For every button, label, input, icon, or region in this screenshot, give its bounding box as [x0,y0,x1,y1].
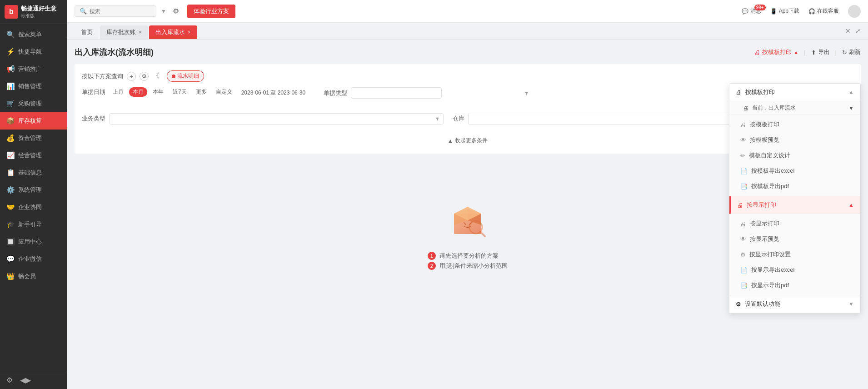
sidebar-item-label: 库存核算 [18,117,42,125]
filter-header: 按以下方案查询 + ⚙ 《 流水明细 [82,70,853,82]
svg-line-5 [480,232,485,236]
display-pdf-label: 按显示导出pdf [751,281,789,289]
date-opt-7days[interactable]: 近7天 [169,87,190,97]
sidebar-item-label: 畅会员 [18,272,36,280]
sales-icon: 📊 [6,82,15,90]
date-opt-custom[interactable]: 自定义 [212,87,236,97]
empty-illustration [445,195,490,241]
dropdown-item-template-preview[interactable]: 👁 按模板预览 [729,132,860,148]
refresh-icon: ↻ [842,49,847,56]
appcenter-icon: 🔲 [6,238,15,246]
date-label: 单据日期 [82,88,105,96]
divider1: | [804,49,805,56]
print-dropdown-button[interactable]: 🖨 按模板打印 ▲ [754,48,798,56]
dropdown-item-template-pdf[interactable]: 📑 按模板导出pdf [729,179,860,194]
set-default-label: 设置默认功能 [745,300,780,308]
current-template-label: 当前：出入库流水 [752,104,796,112]
display-print-section-icon: 🖨 [737,202,743,209]
search-input[interactable] [90,8,151,15]
filter-setting-button[interactable]: ⚙ [140,72,149,81]
tab-stock-flow[interactable]: 出入库流水 × [149,25,197,39]
trial-button[interactable]: 体验行业方案 [187,5,235,18]
display-excel-label: 按显示导出excel [751,266,794,274]
filter-tag[interactable]: 流水明细 [167,70,204,82]
content-area: 出入库流水(流水明细) 🖨 按模板打印 ▲ | ⬆ 导出 | ↻ 刷新 [67,40,868,389]
dropdown-item-display-preview[interactable]: 👁 按显示预览 [729,231,860,247]
sidebar-item-label: 新手引导 [18,220,42,229]
collapse-up-icon: ▲ [448,138,453,144]
dropdown-item-display-pdf[interactable]: 📑 按显示导出pdf [729,278,860,293]
doc-type-chevron-icon: ▼ [524,90,529,96]
tab-close-all-icon[interactable]: ✕ [845,27,851,35]
tab-inventory-batch[interactable]: 库存批次账 × [100,25,148,39]
sidebar-item-marketing[interactable]: 📢 营销推广 [0,60,67,78]
sidebar-item-search[interactable]: 🔍 搜索菜单 [0,26,67,43]
biz-type-select[interactable] [109,113,444,125]
tab-stock-flow-close[interactable]: × [188,29,191,35]
sidebar-item-app-center[interactable]: 🔲 应用中心 [0,233,67,250]
dropdown-template-print-header[interactable]: 🖨 按模板打印 ▲ [729,84,860,101]
date-opt-this-month[interactable]: 本月 [129,87,147,97]
dropdown-item-template-excel[interactable]: 📄 按模板导出excel [729,163,860,179]
dropdown-title-chevron-icon: ▲ [848,89,854,95]
sidebar-item-quick-nav[interactable]: ⚡ 快捷导航 [0,43,67,60]
sidebar-item-sales[interactable]: 📊 销售管理 [0,78,67,95]
sidebar-item-vip[interactable]: 👑 畅会员 [0,268,67,285]
empty-tip-2: 2 用[选]条件来缩小分析范围 [428,262,508,270]
warehouse-label: 仓库 [453,115,464,123]
sidebar-item-label: 资金管理 [18,134,42,142]
topbar-gear-icon[interactable]: ⚙ [173,7,179,15]
date-opt-this-year[interactable]: 本年 [149,87,167,97]
export-button[interactable]: ⬆ 导出 [811,48,830,56]
system-icon: ⚙️ [6,186,15,194]
date-opt-more[interactable]: 更多 [192,87,210,97]
dropdown-item-display-excel[interactable]: 📄 按显示导出excel [729,262,860,278]
dropdown-set-default-header[interactable]: ⚙ 设置默认功能 ▼ [729,295,860,313]
filter-add-button[interactable]: + [127,72,136,81]
doc-type-select[interactable] [351,87,442,99]
topbar-search[interactable]: 🔍 [75,5,156,17]
filter-collapse-icon[interactable]: 《 [152,71,160,81]
sidebar-item-label: 营销推广 [18,65,42,73]
tab-maximize-icon[interactable]: ⤢ [855,27,861,35]
sidebar-item-enterprise[interactable]: 🤝 企业协同 [0,199,67,216]
guide-icon: 🎓 [6,220,15,229]
tab-home[interactable]: 首页 [75,25,99,39]
dropdown-current-item[interactable]: 🖨 当前：出入库流水 ▼ [729,101,860,115]
sidebar-item-wechat[interactable]: 💬 企业微信 [0,250,67,268]
refresh-button[interactable]: ↻ 刷新 [842,48,861,56]
finance-icon: 💰 [6,134,15,142]
tab-inventory-batch-label: 库存批次账 [106,28,136,36]
sidebar-item-operations[interactable]: 📈 经营管理 [0,147,67,164]
app-download-button[interactable]: 📱 App下载 [770,7,799,15]
headset-icon: 🎧 [808,8,815,15]
print-dropdown-panel: 🖨 按模板打印 ▲ 🖨 当前：出入库流水 ▼ 🖨 按模板打印 [729,83,861,314]
sidebar-item-label: 应用中心 [18,238,42,246]
online-service-button[interactable]: 🎧 在线客服 [808,7,839,15]
tab-inventory-batch-close[interactable]: × [139,29,142,35]
sidebar-item-label: 经营管理 [18,151,42,160]
display-print-section-label: 按显示打印 [747,201,776,209]
collapse-label: 收起更多条件 [455,137,488,145]
search-dropdown-icon[interactable]: ▼ [161,8,166,15]
collapse-icon[interactable]: ◀▶ [20,376,31,384]
sidebar-item-inventory[interactable]: 📦 库存核算 [0,112,67,130]
user-avatar[interactable] [848,5,861,18]
sidebar-item-finance[interactable]: 💰 资金管理 [0,130,67,147]
display-print-icon: 🖨 [740,220,746,227]
date-opt-last-month[interactable]: 上月 [109,87,127,97]
sidebar-item-guide[interactable]: 🎓 新手引导 [0,216,67,233]
dropdown-item-template-print[interactable]: 🖨 按模板打印 [729,117,860,132]
dropdown-item-template-design[interactable]: ✏ 模板自定义设计 [729,148,860,163]
settings-icon[interactable]: ⚙ [6,376,13,384]
doc-type-label: 单据类型 [324,89,347,97]
message-button[interactable]: 💬 消息 99+ [742,7,761,15]
dropdown-display-print-header[interactable]: 🖨 按显示打印 ▲ [729,196,860,214]
sidebar-item-purchase[interactable]: 🛒 采购管理 [0,95,67,112]
dropdown-item-display-settings[interactable]: ⚙ 按显示打印设置 [729,247,860,262]
wechat-icon: 💬 [6,255,15,263]
sidebar-item-system[interactable]: ⚙️ 系统管理 [0,181,67,199]
dropdown-item-display-print[interactable]: 🖨 按显示打印 [729,216,860,231]
refresh-label: 刷新 [849,48,861,56]
sidebar-item-basic-info[interactable]: 📋 基础信息 [0,164,67,181]
